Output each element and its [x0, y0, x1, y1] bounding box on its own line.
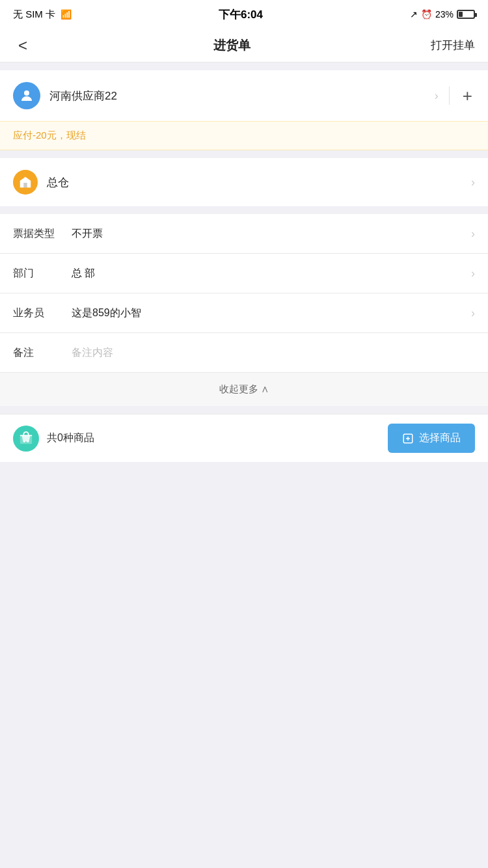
invoice-label: 票据类型	[13, 227, 72, 241]
wifi-icon: 📶	[61, 9, 72, 20]
collapse-bar[interactable]: 收起更多 ∧	[0, 372, 488, 406]
select-product-button[interactable]: 选择商品	[388, 424, 475, 453]
bottom-bar: 共0种商品 选择商品	[0, 414, 488, 462]
battery-percent: 23%	[435, 9, 454, 20]
status-left: 无 SIM 卡 📶	[13, 8, 72, 21]
invoice-row[interactable]: 票据类型 不开票 ›	[0, 214, 488, 253]
location-icon: ↗	[410, 9, 418, 20]
section-divider-3	[0, 206, 488, 214]
collapse-label: 收起更多 ∧	[219, 383, 269, 396]
cart-icon	[19, 431, 33, 446]
open-pending-button[interactable]: 打开挂单	[431, 38, 475, 53]
add-supplier-button[interactable]: +	[460, 86, 475, 106]
svg-point-0	[24, 90, 29, 96]
warehouse-icon	[13, 170, 38, 195]
product-icon-wrap	[13, 426, 39, 452]
supplier-name: 河南供应商22	[49, 88, 435, 103]
salesperson-value: 这是859的小智	[72, 306, 471, 320]
person-icon	[19, 88, 34, 103]
invoice-value: 不开票	[72, 227, 471, 241]
product-count: 共0种商品	[47, 431, 388, 445]
form-section: 票据类型 不开票 › 部门 总 部 › 业务员 这是859的小智 › 备注 备注…	[0, 214, 488, 406]
alarm-icon: ⏰	[421, 9, 432, 20]
warehouse-name: 总仓	[47, 175, 471, 190]
department-row[interactable]: 部门 总 部 ›	[0, 254, 488, 293]
warehouse-chevron-icon: ›	[471, 176, 475, 189]
salesperson-chevron-icon: ›	[471, 306, 475, 320]
chevron-right-icon: ›	[435, 89, 439, 103]
invoice-chevron-icon: ›	[471, 227, 475, 241]
warehouse-row[interactable]: 总仓 ›	[0, 158, 488, 206]
remark-label: 备注	[13, 346, 72, 360]
back-button[interactable]: <	[13, 34, 33, 57]
remark-row[interactable]: 备注 备注内容	[0, 333, 488, 372]
select-icon	[402, 433, 414, 444]
supplier-row[interactable]: 河南供应商22 › +	[0, 70, 488, 121]
notice-bar: 应付-20元，现结	[0, 121, 488, 150]
carrier-text: 无 SIM 卡	[13, 8, 55, 21]
section-divider-2	[0, 150, 488, 158]
nav-bar: < 进货单 打开挂单	[0, 29, 488, 62]
warehouse-section: 总仓 ›	[0, 158, 488, 206]
status-right: ↗ ⏰ 23%	[410, 9, 475, 20]
section-divider-1	[0, 62, 488, 70]
salesperson-label: 业务员	[13, 306, 72, 320]
department-chevron-icon: ›	[471, 267, 475, 280]
supplier-avatar	[13, 82, 40, 109]
department-value: 总 部	[72, 267, 471, 280]
svg-rect-1	[23, 183, 27, 187]
vertical-divider	[449, 87, 450, 105]
status-bar: 无 SIM 卡 📶 下午6:04 ↗ ⏰ 23%	[0, 0, 488, 29]
supplier-section: 河南供应商22 › + 应付-20元，现结	[0, 70, 488, 150]
page-title: 进货单	[213, 37, 251, 54]
department-label: 部门	[13, 267, 72, 280]
remark-input[interactable]: 备注内容	[72, 346, 475, 360]
select-button-label: 选择商品	[419, 431, 461, 445]
home-icon	[18, 175, 33, 189]
status-time: 下午6:04	[219, 7, 263, 22]
notice-text: 应付-20元，现结	[13, 129, 86, 141]
battery-icon	[457, 10, 475, 19]
salesperson-row[interactable]: 业务员 这是859的小智 ›	[0, 293, 488, 332]
